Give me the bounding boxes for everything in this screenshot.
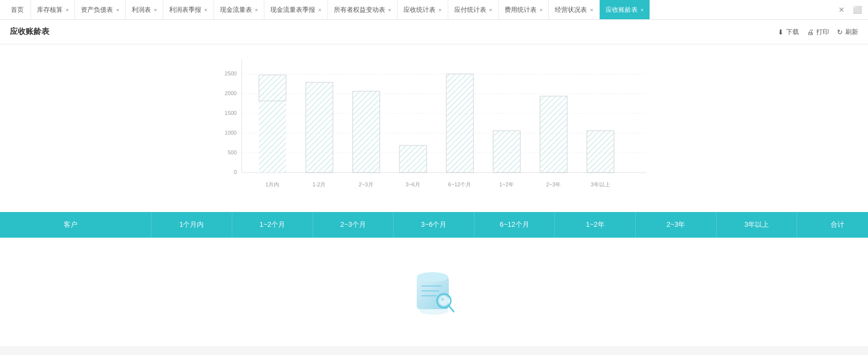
svg-text:1~2年: 1~2年 xyxy=(499,181,514,187)
print-icon: 🖨 xyxy=(807,28,814,36)
col-2-3month: 2~3个月 xyxy=(313,212,394,238)
tab-ar-aging-label: 应收账龄表 xyxy=(606,5,638,14)
page-header: 应收账龄表 ⬇ 下载 🖨 打印 ↻ 刷新 xyxy=(0,20,868,44)
tab-cashflow-quarterly-close[interactable]: × xyxy=(318,7,321,13)
col-customer: 客户 xyxy=(0,212,151,238)
tab-profit-loss-close[interactable]: × xyxy=(154,7,157,13)
tab-balance-sheet-label: 资产负债表 xyxy=(81,5,113,14)
tab-home[interactable]: 首页 xyxy=(4,0,31,20)
tab-business-status-close[interactable]: × xyxy=(590,7,593,13)
empty-illustration xyxy=(404,267,464,317)
refresh-label: 刷新 xyxy=(845,28,858,36)
svg-point-48 xyxy=(441,298,444,301)
tab-inventory[interactable]: 库存核算 × xyxy=(31,0,75,20)
tab-profit-quarterly-close[interactable]: × xyxy=(204,7,207,13)
tab-expense-stats[interactable]: 费用统计表 × xyxy=(499,0,549,20)
svg-rect-26 xyxy=(446,74,473,173)
tab-ar-aging-close[interactable]: × xyxy=(641,7,644,13)
tab-balance-sheet-close[interactable]: × xyxy=(116,7,119,13)
tab-receivable-stats-label: 应收统计表 xyxy=(403,5,435,14)
tab-bar-controls: ✕ ⬜ xyxy=(834,3,864,17)
tab-cashflow-quarterly-label: 现金流量表季报 xyxy=(270,5,315,14)
tab-receivable-stats-close[interactable]: × xyxy=(438,7,441,13)
download-icon: ⬇ xyxy=(778,28,784,36)
tab-payable-stats-close[interactable]: × xyxy=(489,7,492,13)
empty-state xyxy=(0,238,868,346)
col-1-2year: 1~2年 xyxy=(555,212,636,238)
col-6-12month: 6~12个月 xyxy=(474,212,555,238)
download-button[interactable]: ⬇ 下载 xyxy=(778,28,799,36)
svg-text:1-2月: 1-2月 xyxy=(313,181,326,187)
chart-container: 0 500 1000 1500 2000 2500 1月内 1-2月 xyxy=(10,54,858,197)
svg-text:2~3月: 2~3月 xyxy=(359,181,373,187)
page-actions: ⬇ 下载 🖨 打印 ↻ 刷新 xyxy=(778,28,858,36)
tab-cashflow-label: 现金流量表 xyxy=(220,5,252,14)
tab-cashflow[interactable]: 现金流量表 × xyxy=(214,0,264,20)
col-3-6month: 3~6个月 xyxy=(394,212,474,238)
svg-rect-20 xyxy=(353,91,380,173)
refresh-button[interactable]: ↻ 刷新 xyxy=(837,28,858,36)
tab-profit-quarterly[interactable]: 利润表季报 × xyxy=(163,0,214,20)
svg-rect-29 xyxy=(493,131,520,173)
tab-business-status[interactable]: 经营状况表 × xyxy=(549,0,599,20)
tab-balance-sheet[interactable]: 资产负债表 × xyxy=(75,0,125,20)
svg-text:1月内: 1月内 xyxy=(265,181,279,187)
tab-receivable-stats[interactable]: 应收统计表 × xyxy=(398,0,448,20)
print-label: 打印 xyxy=(816,28,829,36)
svg-rect-14 xyxy=(259,75,286,173)
table-header: 客户 1个月内 1~2个月 2~3个月 3~6个月 6~12个月 1~2年 2~… xyxy=(0,212,868,238)
svg-text:500: 500 xyxy=(228,149,237,155)
svg-text:6~12个月: 6~12个月 xyxy=(448,181,471,187)
empty-icon xyxy=(404,267,464,317)
svg-text:3年以上: 3年以上 xyxy=(590,181,610,187)
svg-text:3~6月: 3~6月 xyxy=(405,181,420,187)
svg-text:0: 0 xyxy=(234,169,237,175)
tab-equity-changes[interactable]: 所有者权益变动表 × xyxy=(328,0,398,20)
print-button[interactable]: 🖨 打印 xyxy=(807,28,829,36)
download-label: 下载 xyxy=(786,28,799,36)
bar-chart: 0 500 1000 1500 2000 2500 1月内 1-2月 xyxy=(212,54,656,197)
tab-profit-loss-label: 利润表 xyxy=(132,5,151,14)
svg-rect-32 xyxy=(540,96,567,173)
window-close-button[interactable]: ✕ xyxy=(834,3,848,17)
tab-inventory-close[interactable]: × xyxy=(66,7,69,13)
tab-equity-changes-close[interactable]: × xyxy=(388,7,391,13)
tab-equity-changes-label: 所有者权益变动表 xyxy=(334,5,385,14)
col-1-2month: 1~2个月 xyxy=(232,212,313,238)
tab-profit-quarterly-label: 利润表季报 xyxy=(169,5,201,14)
tab-cashflow-close[interactable]: × xyxy=(255,7,258,13)
col-2-3year: 2~3年 xyxy=(636,212,717,238)
tab-expense-stats-close[interactable]: × xyxy=(540,7,542,13)
col-3year-plus: 3年以上 xyxy=(717,212,797,238)
svg-text:2~3年: 2~3年 xyxy=(546,181,561,187)
col-1month: 1个月内 xyxy=(151,212,232,238)
svg-rect-17 xyxy=(306,82,333,173)
tab-business-status-label: 经营状况表 xyxy=(555,5,587,14)
tab-payable-stats-label: 应付统计表 xyxy=(454,5,486,14)
svg-text:1000: 1000 xyxy=(225,130,237,136)
chart-area: 0 500 1000 1500 2000 2500 1月内 1-2月 xyxy=(0,44,868,212)
svg-text:1500: 1500 xyxy=(225,110,237,116)
page-title: 应收账龄表 xyxy=(10,27,49,37)
svg-rect-23 xyxy=(399,145,427,173)
refresh-icon: ↻ xyxy=(837,28,843,36)
tab-bar: 首页 库存核算 × 资产负债表 × 利润表 × 利润表季报 × 现金流量表 × … xyxy=(0,0,868,20)
col-total: 合计 xyxy=(797,212,868,238)
svg-text:2000: 2000 xyxy=(225,90,237,96)
svg-point-41 xyxy=(417,272,448,282)
tab-cashflow-quarterly[interactable]: 现金流量表季报 × xyxy=(264,0,327,20)
svg-text:2500: 2500 xyxy=(225,71,237,76)
tab-inventory-label: 库存核算 xyxy=(37,5,63,14)
svg-line-47 xyxy=(449,306,454,312)
window-maximize-button[interactable]: ⬜ xyxy=(850,3,864,17)
svg-rect-35 xyxy=(587,131,614,173)
tab-expense-stats-label: 费用统计表 xyxy=(505,5,537,14)
tab-profit-loss[interactable]: 利润表 × xyxy=(126,0,163,20)
tab-ar-aging[interactable]: 应收账龄表 × xyxy=(600,0,650,20)
svg-point-46 xyxy=(439,296,449,306)
tab-payable-stats[interactable]: 应付统计表 × xyxy=(448,0,499,20)
